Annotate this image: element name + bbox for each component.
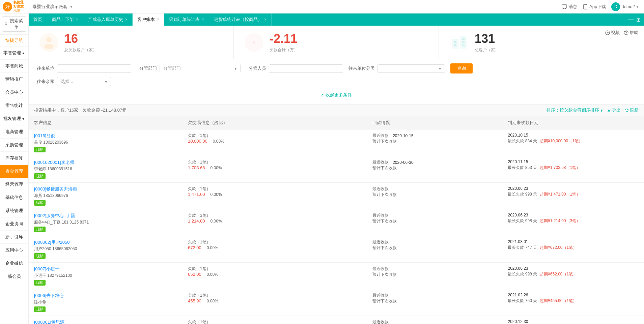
sidebar-item-retail-stats[interactable]: 零售统计 bbox=[0, 99, 28, 112]
debt-amount-5[interactable]: 652.00 bbox=[188, 272, 201, 277]
debt-label-6: 欠款（1笔） bbox=[188, 293, 362, 298]
customer-name-5[interactable]: [0007]小进干 bbox=[34, 266, 177, 272]
sidebar-item-basic-info[interactable]: 基础信息 bbox=[0, 191, 28, 204]
tab-purchase-stats[interactable]: 进货单统计表（按商品） × bbox=[209, 13, 272, 26]
customer-name-6[interactable]: [0006]去下粮仓 bbox=[34, 293, 177, 299]
tab-home[interactable]: 首页 bbox=[29, 13, 47, 26]
results-actions: 排序：按欠款金额倒序排序 ▾ 导出 刷新 bbox=[547, 107, 639, 113]
debt-amount-6[interactable]: 455.90 bbox=[188, 298, 201, 303]
user-profile[interactable]: D demo2 ▾ bbox=[611, 2, 639, 11]
tab-product-history[interactable]: 产成品入库单历史 × bbox=[83, 13, 133, 26]
sidebar-quick-nav[interactable]: 快捷导航 bbox=[0, 35, 28, 47]
stat-info-amount: -2.11 欠款合计（万） bbox=[270, 32, 298, 53]
sidebar-item-app-center[interactable]: 应用中心 bbox=[0, 244, 28, 257]
sort-label: 排序：按欠款金额倒序排序 bbox=[547, 107, 599, 113]
source-unit-input[interactable]: ··· bbox=[57, 64, 131, 73]
table-row: [0016]吕俊 吕俊 13026203696 现销 欠款（1笔） 10,000… bbox=[29, 129, 644, 156]
sidebar-item-member[interactable]: 会员中心 bbox=[0, 86, 28, 99]
message-label: 消息 bbox=[568, 4, 577, 10]
sidebar-item-inventory[interactable]: 库存核算 bbox=[0, 152, 28, 165]
customer-name-4[interactable]: [000002]用户2050 bbox=[34, 239, 177, 245]
search-button[interactable]: 查询 bbox=[450, 63, 473, 73]
search-menu-btn[interactable]: 搜索菜单 bbox=[2, 16, 26, 32]
unit-class-dropdown[interactable]: ▾ bbox=[377, 64, 445, 73]
overdue-link-2[interactable]: 超期¥1,471.00（1笔） bbox=[540, 192, 580, 197]
filter-unit-class: 往来单位分类 ▾ bbox=[348, 64, 445, 73]
app-download-btn[interactable]: App下载 bbox=[583, 4, 606, 10]
overdue-link-4[interactable]: 超期¥672.00（1笔） bbox=[540, 245, 577, 251]
debt-amount-2[interactable]: 1,471.00 bbox=[188, 192, 205, 197]
overdue-link-6[interactable]: 超期¥455.90（1笔） bbox=[540, 298, 577, 304]
sidebar-item-corp-wechat[interactable]: 企业微信 bbox=[0, 257, 28, 270]
tab-customer-account[interactable]: 客户账本 × bbox=[133, 13, 164, 26]
tab-bar: 首页 商品上下架 × 产成品入库单历史 × 客户账本 × 采购订单统计表 × bbox=[29, 13, 644, 26]
sidebar-item-batch-mgmt[interactable]: 批发管理 ▼ bbox=[0, 112, 28, 125]
customer-name-3[interactable]: [0002]服务中心_丁磊 bbox=[34, 213, 177, 219]
person-input[interactable]: ··· bbox=[269, 64, 343, 73]
dept-dropdown[interactable]: 分管部门 ▾ bbox=[160, 64, 241, 73]
cell-due-5: 2020.06.23 最长欠款 998 天 超期¥652.00（1笔） bbox=[502, 263, 644, 289]
tab-expand-btn[interactable]: ⊞ bbox=[636, 17, 641, 23]
svg-point-7 bbox=[46, 37, 52, 42]
dept-arrow: ▾ bbox=[234, 66, 237, 71]
video-btn[interactable]: 视频 bbox=[605, 30, 620, 36]
customer-name-7[interactable]: [000001]黄思源 bbox=[34, 319, 177, 324]
overdue-link-5[interactable]: 超期¥652.00（1笔） bbox=[540, 271, 577, 277]
balance-arrow: ▾ bbox=[105, 79, 107, 84]
recent-label-7: 最近收款 bbox=[372, 319, 389, 324]
help-btn[interactable]: ? 帮助 bbox=[624, 30, 638, 36]
store-selector[interactable]: 母婴行业演示账套 ▾ bbox=[29, 4, 103, 10]
sidebar-item-retail-mall[interactable]: 零售商城 bbox=[0, 60, 28, 73]
sidebar-item-purchase[interactable]: 采购管理 bbox=[0, 139, 28, 152]
overdue-days-4: 最长欠款 747 天 bbox=[508, 245, 537, 251]
sidebar-item-ecommerce[interactable]: 电商管理 bbox=[0, 125, 28, 139]
export-btn[interactable]: 导出 bbox=[607, 107, 621, 113]
sidebar-item-corp-collab[interactable]: 企业协同 bbox=[0, 217, 28, 231]
cell-due-1: 2020.11.15 最长欠款 853 天 超期¥1,703.68（1笔） bbox=[502, 156, 644, 183]
tab-purchase-order[interactable]: 采购订单统计表 × bbox=[164, 13, 209, 26]
debt-amount-1[interactable]: 1,703.68 bbox=[188, 165, 205, 170]
message-icon bbox=[562, 4, 567, 9]
tab-close-purchase-stats[interactable]: × bbox=[264, 17, 267, 22]
cell-customer-7: [000001]黄思源 黄思源 13552700226 现销 bbox=[29, 316, 183, 324]
table-row: [000002]用户2050 用户2050 18665062050 现销 欠款（… bbox=[29, 236, 644, 263]
overdue-days-6: 最长欠款 750 天 bbox=[508, 298, 537, 304]
customer-name-2[interactable]: [0003]畅捷服务尹海燕 bbox=[34, 186, 177, 192]
refresh-btn[interactable]: 刷新 bbox=[625, 107, 639, 113]
debt-amount-3[interactable]: 1,214.00 bbox=[188, 218, 205, 224]
debt-amount-4[interactable]: 672.00 bbox=[188, 245, 201, 250]
cell-payment-3: 最近收款 预计下次收款 bbox=[367, 209, 502, 236]
cell-payment-1: 最近收款 2020-06-30 预计下次收款 bbox=[367, 156, 502, 183]
debt-amount-0[interactable]: 10,000.00 bbox=[188, 139, 207, 144]
sidebar-item-vip-member[interactable]: 畅会员 bbox=[0, 270, 28, 283]
unit-class-arrow: ▾ bbox=[439, 66, 441, 71]
tab-close-customer-account[interactable]: × bbox=[157, 17, 159, 22]
customer-name-0[interactable]: [0016]吕俊 bbox=[34, 133, 177, 139]
table-row: [0003]畅捷服务尹海燕 海燕 18513066976 现销 欠款（1笔） 1… bbox=[29, 183, 644, 209]
tab-product-listing[interactable]: 商品上下架 × bbox=[47, 13, 83, 26]
tab-close-product-history[interactable]: × bbox=[125, 17, 128, 22]
right-panel: 首页 商品上下架 × 产成品入库单历史 × 客户账本 × 采购订单统计表 × bbox=[29, 13, 644, 324]
overdue-link-1[interactable]: 超期¥1,703.68（1笔） bbox=[540, 165, 580, 171]
filter-row-1: 往来单位 ··· 分管部门 分管部门 ▾ bbox=[34, 63, 639, 73]
sidebar-item-finance[interactable]: 资金管理 bbox=[0, 165, 28, 178]
sort-select[interactable]: 排序：按欠款金额倒序排序 ▾ bbox=[547, 107, 603, 113]
tab-close-product-listing[interactable]: × bbox=[76, 17, 78, 22]
sidebar-item-system[interactable]: 系统管理 bbox=[0, 204, 28, 217]
sidebar-item-retail-mgmt[interactable]: 零售管理 ▲ bbox=[0, 47, 28, 60]
sidebar-item-newbie[interactable]: 新手引导 bbox=[0, 231, 28, 244]
tab-close-purchase-order[interactable]: × bbox=[202, 17, 204, 22]
sidebar-item-marketing[interactable]: 营销推广 bbox=[0, 73, 28, 86]
message-btn[interactable]: 消息 bbox=[562, 4, 577, 10]
collapse-bar[interactable]: ∧ 收起更多条件 bbox=[34, 90, 639, 100]
overdue-link-3[interactable]: 超期¥1,214.00（3笔） bbox=[540, 218, 580, 224]
cell-due-7: 2020.12.30 最长欠款 808 天 超期¥429.00（1笔） bbox=[502, 316, 644, 324]
overdue-link-0[interactable]: 超期¥10,000.00（1笔） bbox=[540, 138, 583, 144]
due-date-3: 2020.06.23 bbox=[508, 213, 639, 217]
balance-dropdown[interactable]: 选择... ▾ bbox=[57, 77, 111, 86]
sidebar-item-operations[interactable]: 经营管理 bbox=[0, 178, 28, 191]
tab-collapse-btn[interactable]: — bbox=[628, 17, 634, 23]
svg-rect-14 bbox=[454, 44, 456, 46]
app-subtitle: 示范 bbox=[13, 8, 26, 13]
customer-name-1[interactable]: [0001020001]李老师 bbox=[34, 159, 177, 166]
